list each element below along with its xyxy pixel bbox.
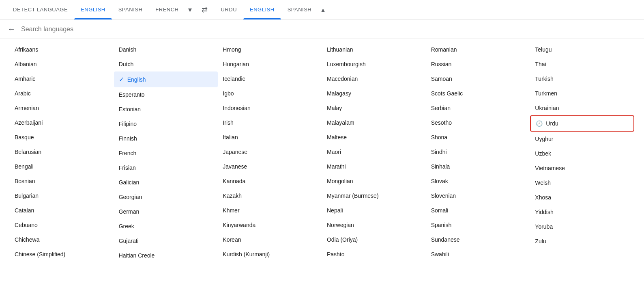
language-item[interactable]: Yiddish: [530, 205, 634, 219]
swap-languages-arrow[interactable]: ⇄: [195, 5, 214, 14]
back-arrow-icon[interactable]: ←: [6, 24, 16, 34]
language-item[interactable]: Estonian: [114, 102, 218, 117]
language-item[interactable]: Kurdish (Kurmanji): [218, 247, 322, 262]
language-item[interactable]: German: [114, 204, 218, 219]
language-item[interactable]: Mongolian: [322, 174, 426, 188]
target-more-chevron[interactable]: ▴: [318, 5, 328, 14]
language-item[interactable]: Romanian: [426, 42, 530, 57]
language-item[interactable]: Galician: [114, 175, 218, 190]
language-item[interactable]: Thai: [530, 57, 634, 71]
language-item[interactable]: French: [114, 146, 218, 160]
language-item[interactable]: Russian: [426, 57, 530, 71]
language-item[interactable]: Amharic: [10, 71, 114, 86]
language-item[interactable]: Ukrainian: [530, 101, 634, 115]
source-french-tab[interactable]: FRENCH: [149, 0, 185, 19]
target-english-tab[interactable]: ENGLISH: [243, 0, 281, 19]
language-item[interactable]: Kazakh: [218, 188, 322, 203]
language-item[interactable]: Luxembourgish: [322, 57, 426, 71]
language-item[interactable]: Yoruba: [530, 219, 634, 234]
language-item[interactable]: Malay: [322, 101, 426, 115]
language-item[interactable]: Myanmar (Burmese): [322, 188, 426, 203]
language-item[interactable]: Cebuano: [10, 218, 114, 232]
source-spanish-tab[interactable]: SPANISH: [112, 0, 149, 19]
language-item[interactable]: Belarusian: [10, 145, 114, 159]
language-item[interactable]: Malayalam: [322, 115, 426, 130]
language-item[interactable]: Icelandic: [218, 71, 322, 86]
language-item[interactable]: Sinhala: [426, 159, 530, 174]
language-item[interactable]: Khmer: [218, 203, 322, 218]
language-item[interactable]: Filipino: [114, 117, 218, 131]
language-item[interactable]: Lithuanian: [322, 42, 426, 57]
language-item[interactable]: Kannada: [218, 174, 322, 188]
language-item[interactable]: Somali: [426, 203, 530, 218]
language-item[interactable]: Malagasy: [322, 86, 426, 101]
language-item[interactable]: Swahili: [426, 247, 530, 262]
language-item[interactable]: Sindhi: [426, 145, 530, 159]
language-item[interactable]: Telugu: [530, 42, 634, 57]
language-item[interactable]: Vietnamese: [530, 161, 634, 175]
language-item[interactable]: Macedonian: [322, 71, 426, 86]
language-item[interactable]: Indonesian: [218, 101, 322, 115]
language-item[interactable]: Spanish: [426, 218, 530, 232]
language-item[interactable]: Turkmen: [530, 86, 634, 101]
language-item[interactable]: Kinyarwanda: [218, 218, 322, 232]
language-item[interactable]: Javanese: [218, 159, 322, 174]
language-item[interactable]: Bulgarian: [10, 188, 114, 203]
language-item[interactable]: Greek: [114, 219, 218, 234]
language-item[interactable]: Hungarian: [218, 57, 322, 71]
language-item[interactable]: Chinese (Simplified): [10, 247, 114, 262]
language-item[interactable]: Shona: [426, 130, 530, 145]
language-item[interactable]: Japanese: [218, 145, 322, 159]
language-item[interactable]: Haitian Creole: [114, 248, 218, 263]
language-item[interactable]: Maori: [322, 145, 426, 159]
language-item[interactable]: Scots Gaelic: [426, 86, 530, 101]
language-item[interactable]: Finnish: [114, 131, 218, 146]
language-item[interactable]: Arabic: [10, 86, 114, 101]
language-item[interactable]: Xhosa: [530, 190, 634, 205]
source-more-chevron[interactable]: ▾: [185, 5, 195, 14]
language-item[interactable]: Serbian: [426, 101, 530, 115]
language-item[interactable]: Dutch: [114, 57, 218, 71]
language-item[interactable]: Norwegian: [322, 218, 426, 232]
language-item[interactable]: Catalan: [10, 203, 114, 218]
language-item[interactable]: Danish: [114, 42, 218, 57]
language-item[interactable]: Afrikaans: [10, 42, 114, 57]
language-item[interactable]: Nepali: [322, 203, 426, 218]
language-item[interactable]: Azerbaijani: [10, 115, 114, 130]
source-english-tab[interactable]: ENGLISH: [74, 0, 112, 19]
language-item[interactable]: Frisian: [114, 160, 218, 175]
language-item[interactable]: Italian: [218, 130, 322, 145]
language-item[interactable]: 🕗Urdu: [530, 115, 634, 132]
language-item[interactable]: Albanian: [10, 57, 114, 71]
search-input[interactable]: [21, 26, 638, 33]
language-item[interactable]: Samoan: [426, 71, 530, 86]
detect-language-tab[interactable]: DETECT LANGUAGE: [6, 0, 74, 19]
language-item[interactable]: Pashto: [322, 247, 426, 262]
language-item[interactable]: Chichewa: [10, 232, 114, 247]
language-item[interactable]: Zulu: [530, 234, 634, 249]
language-item[interactable]: Hmong: [218, 42, 322, 57]
language-item[interactable]: Bosnian: [10, 174, 114, 188]
language-item[interactable]: Gujarati: [114, 234, 218, 248]
language-item[interactable]: Igbo: [218, 86, 322, 101]
language-item[interactable]: Marathi: [322, 159, 426, 174]
language-item[interactable]: Basque: [10, 130, 114, 145]
target-urdu-tab[interactable]: URDU: [214, 0, 243, 19]
language-item[interactable]: Sesotho: [426, 115, 530, 130]
language-item[interactable]: Maltese: [322, 130, 426, 145]
language-item[interactable]: Uyghur: [530, 132, 634, 146]
language-item[interactable]: Turkish: [530, 71, 634, 86]
language-item[interactable]: Sundanese: [426, 232, 530, 247]
language-item[interactable]: Slovenian: [426, 188, 530, 203]
language-item[interactable]: Armenian: [10, 101, 114, 115]
language-item[interactable]: Irish: [218, 115, 322, 130]
language-item[interactable]: Odia (Oriya): [322, 232, 426, 247]
language-item[interactable]: Korean: [218, 232, 322, 247]
language-item[interactable]: ✓English: [114, 71, 218, 87]
language-item[interactable]: Welsh: [530, 175, 634, 190]
language-item[interactable]: Bengali: [10, 159, 114, 174]
language-item[interactable]: Georgian: [114, 190, 218, 204]
language-item[interactable]: Esperanto: [114, 87, 218, 102]
language-item[interactable]: Slovak: [426, 174, 530, 188]
target-spanish-tab[interactable]: SPANISH: [281, 0, 318, 19]
